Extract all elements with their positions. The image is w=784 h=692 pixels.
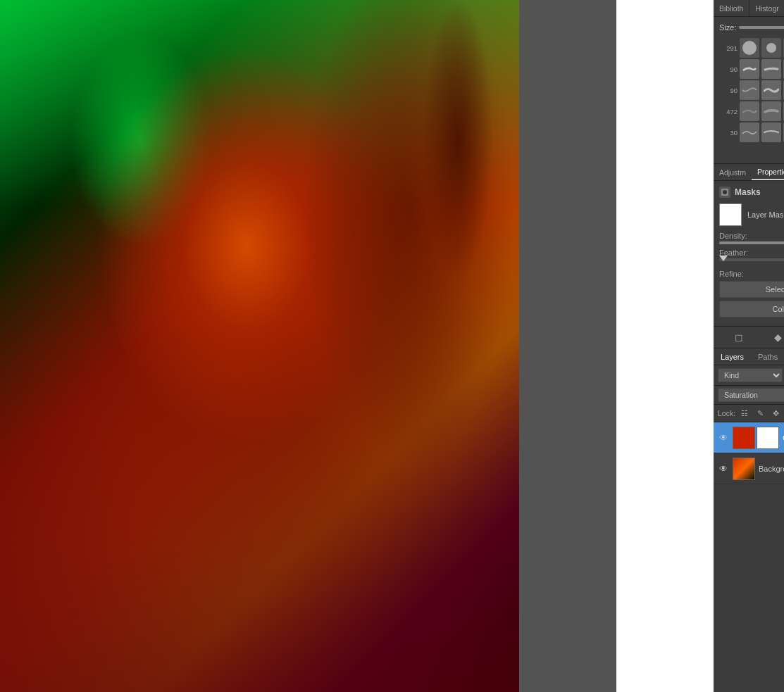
brush-row-4: 472 [718, 101, 784, 121]
brush-size-row: Size: ☰ [714, 17, 784, 35]
lock-row: Lock: ☷ ✎ ✥ ◻ 🔒 Fill: 100% ▼ [714, 405, 784, 422]
layer-mask-thumbnail [719, 203, 742, 226]
masks-title: Masks [735, 187, 761, 197]
layer-color-thumbnail [733, 427, 755, 449]
properties-tabs: Adjustm Properties Actions Lumena ☰ [714, 164, 784, 181]
brush-preset[interactable] [740, 59, 759, 79]
layers-list: 👁 Color Fill 1 👁 Background 🔒 [714, 422, 784, 692]
density-slider[interactable] [719, 241, 784, 244]
tab-adjustments[interactable]: Adjustm [714, 164, 752, 180]
brush-preset[interactable] [740, 122, 759, 142]
brush-row-2: 90 [718, 59, 784, 79]
brush-row-5: 30 [718, 122, 784, 142]
lock-checkerboard-btn[interactable]: ☷ [738, 407, 751, 420]
brush-preset[interactable] [761, 59, 781, 79]
brush-preset[interactable] [761, 80, 781, 100]
layer-mask-row: Layer Mask ● ☷ [719, 203, 784, 226]
masks-section: Masks Layer Mask ● ☷ Density: 100% Feath… [714, 181, 784, 270]
mask-selection-icon[interactable]: ◻ [731, 329, 747, 345]
tab-layers[interactable]: Layers [714, 348, 751, 365]
kind-select[interactable]: Kind Name Effect Mode Attribute Color Sm… [718, 368, 783, 382]
density-label: Density: [719, 232, 747, 240]
lock-move-btn[interactable]: ✥ [769, 407, 782, 420]
brush-row-3: 90 [718, 80, 784, 100]
brush-size-slider[interactable] [739, 26, 784, 29]
brush-row-1: 291 [718, 38, 784, 58]
svg-point-1 [723, 190, 727, 194]
layer-mask-label: Layer Mask [747, 210, 784, 219]
layer-item-background[interactable]: 👁 Background 🔒 [714, 453, 784, 484]
mask-bottom-icons: ◻ ◆ 👁 🗑 [714, 326, 784, 348]
brush-preset[interactable] [761, 38, 781, 58]
select-and-mask-button[interactable]: Select and Mask... [719, 281, 784, 298]
brush-preset[interactable] [761, 101, 781, 121]
layers-panel: Layers Paths Channels ☰ Kind Name Effect… [714, 348, 784, 692]
mask-paint-icon[interactable]: ◆ [770, 329, 784, 345]
white-separator [616, 0, 714, 692]
density-slider-row: Density: 100% [719, 232, 784, 244]
brush-icons-row: 👁 ☷ ◻ 🗑 [714, 146, 784, 164]
brush-preset[interactable] [740, 80, 759, 100]
layer-name: Background [759, 465, 784, 473]
brush-size-label: Size: [719, 23, 736, 32]
brush-preset[interactable] [740, 101, 759, 121]
blend-mode-row: Saturation Normal Multiply Screen Overla… [714, 386, 784, 405]
right-panel: Biblioth Histogr Info Brush Presets Size… [714, 0, 784, 692]
panel-top-tabs: Biblioth Histogr Info Brush Presets [714, 0, 784, 17]
tab-biblioth[interactable]: Biblioth [714, 0, 749, 16]
layer-item-color-fill[interactable]: 👁 Color Fill 1 [714, 422, 784, 453]
lock-label: Lock: [718, 409, 735, 417]
tab-histogr[interactable]: Histogr [749, 0, 784, 16]
layer-visibility-toggle[interactable]: 👁 [718, 432, 729, 443]
brush-preset[interactable] [740, 38, 759, 58]
color-range-button[interactable]: Color Range... [719, 301, 784, 317]
tab-properties[interactable]: Properties [752, 164, 784, 180]
refine-section: Refine: Select and Mask... Color Range..… [714, 270, 784, 326]
layer-bg-thumbnail [733, 458, 755, 480]
layer-mask-thumbnail-small [757, 427, 779, 449]
masks-header: Masks [719, 187, 784, 198]
kind-filter-row: Kind Name Effect Mode Attribute Color Sm… [714, 365, 784, 386]
feather-slider-row: Feather: 0.0 px [719, 249, 784, 261]
lock-brush-btn[interactable]: ✎ [754, 407, 766, 420]
blend-mode-select[interactable]: Saturation Normal Multiply Screen Overla… [718, 388, 784, 402]
photo-canvas [0, 0, 519, 692]
masks-icon [719, 187, 730, 198]
canvas-area [0, 0, 616, 692]
tab-paths[interactable]: Paths [751, 348, 784, 365]
feather-slider[interactable] [719, 258, 784, 261]
brush-presets-grid: 291 [714, 35, 784, 146]
brush-preset[interactable] [761, 122, 781, 142]
layers-tabs: Layers Paths Channels ☰ [714, 348, 784, 365]
layer-visibility-toggle[interactable]: 👁 [718, 463, 729, 474]
refine-label: Refine: [719, 270, 784, 278]
